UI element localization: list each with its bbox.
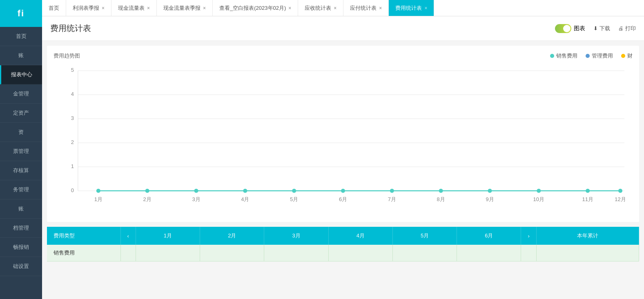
svg-point-28	[292, 189, 296, 193]
page-title: 费用统计表	[50, 23, 91, 34]
print-icon: 🖨	[618, 25, 624, 31]
svg-text:12月: 12月	[615, 196, 626, 202]
legend-label-finance: 财	[627, 52, 633, 60]
tab-close-payable-stats[interactable]: ×	[379, 5, 382, 11]
chart-toggle-label: 图表	[574, 25, 585, 32]
row-type: 销售费用	[47, 245, 120, 261]
sidebar-item-ledger[interactable]: 账	[0, 46, 42, 65]
expense-table: 费用类型 ‹ 1月 2月 3月 4月 5月 6月 › 本年累计 销售费用	[47, 227, 639, 261]
svg-text:7月: 7月	[388, 196, 396, 202]
row-val-4	[328, 245, 392, 261]
download-button[interactable]: ⬇ 下载	[593, 25, 610, 32]
sidebar-item-invoice-mgmt[interactable]: 票管理	[0, 142, 42, 161]
tab-cashflow-quarterly[interactable]: 现金流量表季报 ×	[157, 0, 213, 16]
chart-title: 费用趋势图	[53, 52, 80, 60]
col-type: 费用类型	[47, 227, 120, 245]
print-label: 打印	[625, 25, 636, 32]
sidebar-item-business-mgmt[interactable]: 务管理	[0, 180, 42, 199]
svg-text:1: 1	[71, 163, 74, 169]
svg-point-29	[341, 189, 345, 193]
legend-mgmt-expense: 管理费用	[586, 52, 613, 60]
chart-section: 费用趋势图 销售费用 管理费用 财	[47, 46, 639, 222]
tab-close-expense-stats[interactable]: ×	[424, 5, 427, 11]
svg-text:11月: 11月	[582, 196, 593, 202]
sidebar-nav: 首页 账 报表中心 金管理 定资产 资 票管理 存核算 务管理 账 档管理 畅报…	[0, 27, 42, 299]
svg-text:3月: 3月	[192, 196, 200, 202]
svg-point-35	[618, 189, 622, 193]
tab-receivable-stats[interactable]: 应收统计表 ×	[298, 0, 343, 16]
header-actions: 图表 ⬇ 下载 🖨 打印	[555, 24, 636, 33]
sidebar-item-receivable[interactable]: 账	[0, 199, 42, 219]
table-header-row: 费用类型 ‹ 1月 2月 3月 4月 5月 6月 › 本年累计	[47, 227, 639, 245]
chart-container: 0 1 2 3 4 5 1月 2月 3月	[53, 64, 633, 215]
legend-finance-expense: 财	[621, 52, 633, 60]
chart-svg: 0 1 2 3 4 5 1月 2月 3月	[53, 64, 633, 215]
col-month-4: 4月	[328, 227, 392, 245]
legend-sales-expense: 销售费用	[550, 52, 577, 60]
svg-point-31	[439, 189, 443, 193]
tab-close-profit-quarterly[interactable]: ×	[102, 5, 105, 11]
sidebar-item-report-center[interactable]: 报表中心	[0, 65, 42, 84]
row-val-1	[136, 245, 200, 261]
col-month-6: 6月	[457, 227, 521, 245]
sidebar-item-home[interactable]: 首页	[0, 27, 42, 46]
download-icon: ⬇	[593, 25, 598, 31]
row-spacer-2	[521, 245, 536, 261]
main-area: 首页 利润表季报 × 现金流量表 × 现金流量表季报 × 查看_空白报表(202…	[42, 0, 644, 299]
col-total: 本年累计	[536, 227, 639, 245]
tab-expense-stats[interactable]: 费用统计表 ×	[389, 0, 434, 16]
svg-text:9月: 9月	[486, 196, 494, 202]
svg-point-34	[586, 189, 590, 193]
table-section: 费用类型 ‹ 1月 2月 3月 4月 5月 6月 › 本年累计 销售费用	[47, 227, 639, 261]
svg-point-24	[96, 189, 100, 193]
chart-legend: 销售费用 管理费用 财	[550, 52, 633, 60]
sidebar-item-basic-settings[interactable]: 础设置	[0, 257, 42, 276]
svg-text:3: 3	[71, 115, 74, 121]
row-val-2	[200, 245, 264, 261]
tab-close-view-blank[interactable]: ×	[288, 5, 291, 11]
tab-close-cashflow-quarterly[interactable]: ×	[203, 5, 206, 11]
sidebar: fi 首页 账 报表中心 金管理 定资产 资 票管理 存核算 务管理 账 档管理…	[0, 0, 42, 299]
sidebar-item-fund-mgmt[interactable]: 金管理	[0, 84, 42, 104]
tab-close-receivable-stats[interactable]: ×	[334, 5, 336, 11]
svg-text:8月: 8月	[437, 196, 445, 202]
col-prev-arrow[interactable]: ‹	[120, 227, 136, 245]
page-content: 费用统计表 图表 ⬇ 下载 🖨 打印 费用趋势图	[42, 16, 644, 299]
svg-text:5月: 5月	[290, 196, 298, 202]
row-spacer	[120, 245, 136, 261]
svg-point-25	[145, 189, 149, 193]
svg-text:2月: 2月	[143, 196, 152, 202]
legend-dot-sales	[550, 54, 554, 58]
table-row: 销售费用	[47, 245, 639, 261]
tab-home[interactable]: 首页	[42, 0, 66, 16]
col-month-5: 5月	[392, 227, 457, 245]
tab-cashflow[interactable]: 现金流量表 ×	[111, 0, 157, 16]
svg-point-32	[488, 189, 492, 193]
svg-text:0: 0	[71, 187, 74, 193]
download-label: 下载	[599, 25, 610, 32]
tab-bar: 首页 利润表季报 × 现金流量表 × 现金流量表季报 × 查看_空白报表(202…	[42, 0, 644, 16]
legend-dot-finance	[621, 54, 625, 58]
svg-text:4月: 4月	[241, 196, 249, 202]
svg-point-33	[537, 189, 541, 193]
tab-close-cashflow[interactable]: ×	[147, 5, 150, 11]
legend-dot-mgmt	[586, 54, 590, 58]
sidebar-item-fixed-assets[interactable]: 定资产	[0, 104, 42, 123]
row-val-6	[457, 245, 521, 261]
chart-toggle[interactable]	[555, 24, 571, 33]
svg-text:2: 2	[71, 139, 74, 145]
col-next-arrow[interactable]: ›	[521, 227, 536, 245]
sidebar-item-salary[interactable]: 资	[0, 123, 42, 142]
print-button[interactable]: 🖨 打印	[618, 25, 636, 32]
sidebar-item-inventory[interactable]: 存核算	[0, 161, 42, 180]
tab-payable-stats[interactable]: 应付统计表 ×	[343, 0, 389, 16]
svg-text:6月: 6月	[339, 196, 347, 202]
tab-view-blank[interactable]: 查看_空白报表(2023年02月) ×	[213, 0, 298, 16]
sidebar-item-sales-return[interactable]: 畅报销	[0, 238, 42, 257]
app-logo: fi	[0, 0, 42, 27]
sidebar-item-archive-mgmt[interactable]: 档管理	[0, 219, 42, 238]
legend-label-sales: 销售费用	[556, 52, 577, 60]
legend-label-mgmt: 管理费用	[592, 52, 613, 60]
svg-text:1月: 1月	[94, 196, 103, 202]
tab-profit-quarterly[interactable]: 利润表季报 ×	[66, 0, 111, 16]
